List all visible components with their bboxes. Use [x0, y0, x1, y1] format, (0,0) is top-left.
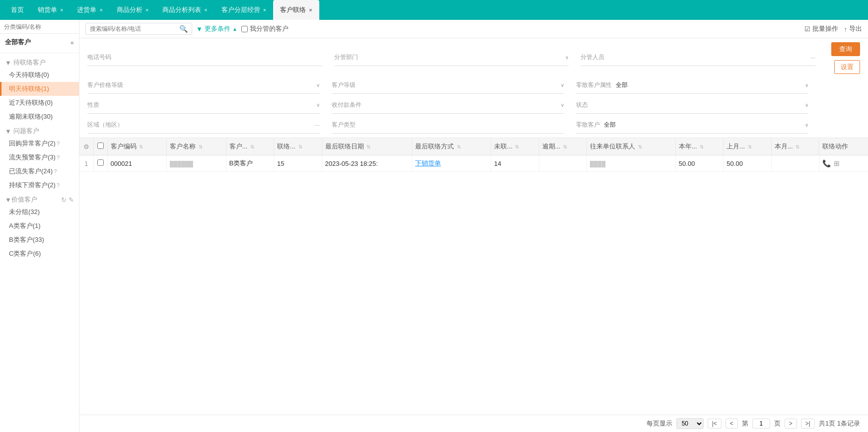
content-area: 🔍 ▼ 更多条件 ▲ 我分管的客户 ☑ 批量操作 ↑ 导出: [79, 20, 868, 432]
col-overdue-header: 逾期... ⇅: [539, 138, 587, 155]
filter-dept: 分管部门 ∨: [334, 50, 569, 66]
col-action-header: 联络动作: [819, 138, 868, 155]
query-reset-column: 查询 设置: [831, 42, 860, 74]
unit-sort-icon[interactable]: ⇅: [638, 144, 642, 149]
sidebar-item-7days-pending[interactable]: 近7天待联络(0): [0, 96, 79, 110]
sidebar-item-loss-warning[interactable]: 流失预警客户(3) ?: [0, 150, 79, 164]
filter-dept-arrow-icon[interactable]: ∨: [565, 55, 569, 60]
row-1-name: ██████: [167, 155, 226, 172]
close-sales-order-icon[interactable]: ×: [60, 7, 63, 13]
row-1-last-method[interactable]: 下销货单: [412, 155, 491, 172]
sidebar-all-customers[interactable]: 全部客户 «: [0, 34, 79, 51]
row-1-phone-icon[interactable]: 📞: [822, 159, 831, 167]
prev-page-button[interactable]: <: [725, 419, 738, 429]
nav-sales-order[interactable]: 销货单 ×: [31, 0, 70, 20]
filter-retail-attr-value: 全部: [616, 81, 803, 89]
filter-retail-arrow-icon[interactable]: ∨: [805, 122, 808, 128]
filter-status-label: 状态: [576, 101, 588, 109]
close-product-list-icon[interactable]: ×: [204, 7, 207, 13]
my-customers-checkbox[interactable]: [241, 26, 248, 32]
sidebar-collapse-icon[interactable]: «: [71, 39, 74, 46]
filter-nature-label: 性质: [87, 101, 99, 109]
sidebar-item-overdue-contact[interactable]: 逾期未联络(30): [0, 110, 79, 124]
sidebar-item-today-pending[interactable]: 今天待联络(0): [0, 68, 79, 82]
filter-price-arrow-icon[interactable]: ∨: [316, 82, 320, 88]
filter-retail-attr-arrow-icon[interactable]: ∨: [805, 82, 808, 88]
filter-customer-type: 客户类型: [332, 118, 564, 134]
sidebar-item-tomorrow-pending[interactable]: 明天待联络(1): [0, 82, 79, 96]
name-sort-icon[interactable]: ⇅: [199, 144, 203, 149]
per-page-select[interactable]: 50 100 200: [676, 418, 704, 429]
row-1-last-month: 50.00: [723, 155, 772, 172]
col-last-month-header: 上月... ⇅: [723, 138, 772, 155]
sidebar-all-label: 全部客户: [5, 38, 31, 47]
row-1-grid-icon[interactable]: ⊞: [834, 159, 840, 167]
this-year-sort-icon[interactable]: ⇅: [700, 144, 704, 149]
export-button[interactable]: ↑ 导出: [844, 24, 863, 33]
close-segmentation-icon[interactable]: ×: [263, 7, 266, 13]
sidebar-item-class-b[interactable]: B类客户(33): [0, 233, 79, 247]
filter-payment: 收付款条件 ∨: [332, 98, 564, 114]
row-1-checkbox-cell: [93, 155, 107, 172]
first-page-button[interactable]: |<: [708, 419, 722, 429]
batch-operation-button[interactable]: ☑ 批量操作: [804, 24, 838, 33]
query-button[interactable]: 查询: [831, 42, 860, 56]
sidebar-item-ungrouped[interactable]: 未分组(32): [0, 205, 79, 219]
sidebar-search-input[interactable]: [4, 23, 78, 30]
filter-nature-arrow-icon[interactable]: ∨: [316, 102, 320, 108]
col-settings-icon[interactable]: ⚙: [79, 138, 93, 155]
col-category-header: 客户... ⇅: [226, 138, 274, 155]
col-name-header: 客户名称 ⇅: [167, 138, 226, 155]
col-code-header: 客户编码 ⇅: [107, 138, 167, 155]
filter-status-arrow-icon[interactable]: ∨: [805, 102, 808, 108]
filter-retail-customer: 零散客户 全部 ∨: [576, 118, 808, 134]
select-all-checkbox[interactable]: [97, 143, 104, 149]
edit-icon[interactable]: ✎: [69, 196, 74, 204]
next-page-button[interactable]: >: [785, 419, 797, 429]
sidebar-item-class-c[interactable]: C类客户(6): [0, 247, 79, 261]
close-purchase-order-icon[interactable]: ×: [99, 7, 102, 13]
filter-arrow-icon: ▲: [232, 26, 237, 32]
col-last-date-header: 最后联络日期 ⇅: [322, 138, 412, 155]
row-1-checkbox[interactable]: [97, 159, 104, 166]
last-method-sort-icon[interactable]: ⇅: [457, 144, 461, 149]
filter-person-dots[interactable]: ···: [810, 54, 815, 61]
nav-product-analysis[interactable]: 商品分析 ×: [110, 0, 155, 20]
filter-level-arrow-icon[interactable]: ∨: [561, 82, 564, 88]
nav-product-analysis-list[interactable]: 商品分析列表 ×: [155, 0, 214, 20]
col-checkbox-header[interactable]: [93, 138, 107, 155]
customer-search-icon[interactable]: 🔍: [179, 25, 188, 33]
sidebar-item-class-a[interactable]: A类客户(1): [0, 219, 79, 233]
sidebar-item-declining[interactable]: 持续下滑客户(2) ?: [0, 178, 79, 192]
close-contact-icon[interactable]: ×: [309, 7, 312, 13]
last-date-sort-icon[interactable]: ⇅: [366, 144, 370, 149]
sidebar-group-pending: ▼ 待联络客户: [0, 55, 79, 68]
sidebar-item-repurchase-abnormal[interactable]: 回购异常客户(2) ?: [0, 137, 79, 150]
nav-customer-segmentation[interactable]: 客户分层经营 ×: [215, 0, 273, 20]
code-sort-icon[interactable]: ⇅: [139, 144, 143, 149]
overdue-sort-icon[interactable]: ⇅: [563, 144, 567, 149]
last-page-button[interactable]: >|: [801, 419, 815, 429]
nav-customer-contact[interactable]: 客户联络 ×: [273, 0, 319, 20]
loss-warning-help-icon: ?: [57, 154, 60, 160]
row-1-overdue: [539, 155, 587, 172]
category-sort-icon[interactable]: ⇅: [250, 144, 254, 149]
uncontact-sort-icon[interactable]: ⇅: [515, 144, 519, 149]
this-month-sort-icon[interactable]: ⇅: [796, 144, 799, 149]
filter-region-dots[interactable]: ···: [315, 122, 320, 129]
filter-type-label: 客户类型: [332, 121, 356, 129]
last-month-sort-icon[interactable]: ⇅: [748, 144, 752, 149]
more-filter-button[interactable]: ▼ 更多条件 ▲: [196, 24, 237, 33]
contact-count-sort-icon[interactable]: ⇅: [298, 144, 302, 149]
page-number-input[interactable]: [752, 419, 770, 429]
nav-home[interactable]: 首页: [4, 0, 31, 20]
my-customers-checkbox-label[interactable]: 我分管的客户: [241, 24, 289, 33]
refresh-icon[interactable]: ↻: [61, 196, 67, 204]
filter-payment-arrow-icon[interactable]: ∨: [561, 102, 564, 108]
nav-purchase-order[interactable]: 进货单 ×: [70, 0, 109, 20]
reset-button[interactable]: 设置: [834, 60, 860, 74]
close-product-analysis-icon[interactable]: ×: [145, 7, 148, 13]
row-1-method-link[interactable]: 下销货单: [415, 159, 441, 167]
customer-search-input[interactable]: [90, 25, 179, 32]
sidebar-item-lost-customers[interactable]: 已流失客户(24) ?: [0, 164, 79, 178]
